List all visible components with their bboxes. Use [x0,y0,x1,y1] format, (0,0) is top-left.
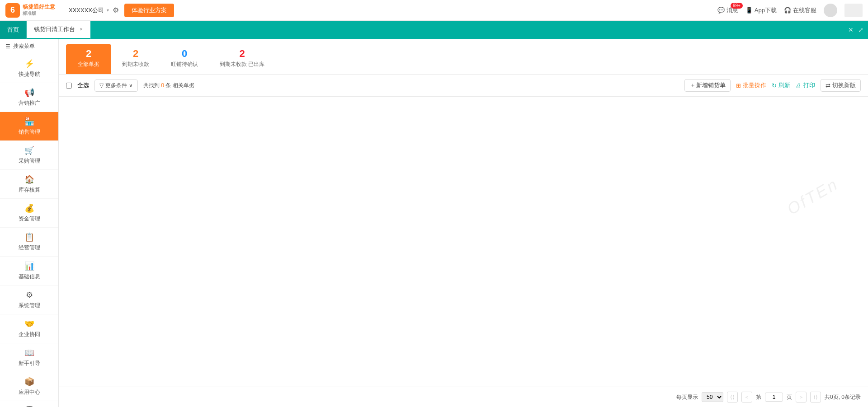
print-icon: 🖨 [796,82,802,89]
sidebar-item-label: 基础信息 [19,273,40,281]
expand-window-icon[interactable]: ⤢ [858,26,863,33]
online-service-label: 在线客服 [793,6,816,14]
sidebar-item-finance[interactable]: 💰 资金管理 [0,199,58,228]
sidebar-item-app-center[interactable]: 📦 应用中心 [0,372,58,401]
batch-operation-button[interactable]: ⊞ 批量操作 [736,81,766,89]
sidebar-item-label: 企业协同 [19,331,40,338]
close-tab-icon[interactable]: × [80,26,83,33]
toolbar: 全选 ▽ 更多条件 ∨ 共找到 0 条 相关单据 + 新增销货单 ⊞ 批量操作 [59,75,868,97]
purchase-icon: 🛒 [24,145,34,155]
status-tabs: 2 全部单据 2 到期未收款 0 旺铺待确认 2 到期未收款 已出库 [59,39,868,75]
sidebar-item-operations[interactable]: 📋 经营管理 [0,228,58,257]
filter-label: 更多条件 [105,82,127,89]
next-page-button[interactable]: ＞ [796,392,807,402]
all-label: 全部单据 [78,61,99,68]
status-tab-overdue-out[interactable]: 2 到期未收款 已出库 [209,44,275,74]
refresh-button[interactable]: ↻ 刷新 [772,81,790,89]
app-name: 畅捷通好生意 [23,4,55,10]
trial-button[interactable]: 体验行业方案 [124,4,174,17]
logo-text-block: 畅捷通好生意 标准版 [23,4,55,16]
print-button[interactable]: 🖨 打印 [796,81,815,89]
overdue-count: 2 [133,48,138,60]
found-text: 共找到 0 条 相关单据 [143,82,194,89]
company-selector[interactable]: XXXXXX公司 ▾ [69,6,109,14]
switch-version-button[interactable]: ⇄ 切换新版 [821,79,861,92]
sidebar-item-label: 采购管理 [19,157,40,165]
logo: 6 畅捷通好生意 标准版 [5,3,64,18]
found-count: 0 [161,82,164,89]
pending-count: 0 [182,48,187,60]
toolbar-right: + 新增销货单 ⊞ 批量操作 ↻ 刷新 🖨 打印 ⇄ 切换新版 [684,79,861,92]
refresh-icon: ↻ [772,82,777,89]
per-page-select[interactable]: 50 [702,392,723,402]
total-records-label: 共0页, 0条记录 [825,393,861,401]
tab-bar: 首页 钱货日清工作台 × ✕ ⤢ [0,21,868,39]
avatar[interactable] [824,4,837,17]
sidebar-search-area[interactable]: ☰ 搜索菜单 [0,39,58,54]
chevron-down-icon: ▾ [107,8,109,13]
basic-info-icon: 📊 [24,261,34,271]
first-page-button[interactable]: ⟨⟨ [727,392,738,402]
sidebar-item-guide[interactable]: 📖 新手引导 [0,343,58,372]
logo-icon: 6 [5,3,20,18]
select-all-checkbox[interactable] [66,83,72,89]
message-badge: 99+ [731,3,743,9]
company-name: XXXXXX公司 [69,6,104,14]
filter-icon: ▽ [99,82,104,89]
page-suffix: 页 [787,393,792,401]
all-count: 2 [86,48,91,60]
download-icon: 📱 [745,7,753,14]
search-icon: ☰ [5,43,10,50]
sidebar-item-label: 资金管理 [19,215,40,223]
online-service-btn[interactable]: 🎧 在线客服 [784,6,816,14]
app-download-label: App下载 [755,6,777,14]
search-menu-label: 搜索菜单 [13,42,35,50]
cooperation-icon: 🤝 [24,319,34,329]
refresh-btn-label: 刷新 [778,81,790,89]
switch-btn-label: 切换新版 [832,81,856,89]
sidebar-item-purchase[interactable]: 🛒 采购管理 [0,141,58,170]
sidebar-item-label: 新手引导 [19,360,40,367]
guide-icon: 📖 [24,348,34,358]
home-tab-label: 首页 [7,26,19,34]
tab-workbench[interactable]: 钱货日清工作台 × [27,21,90,39]
sidebar-item-sales[interactable]: 🏪 销售管理 [0,112,58,141]
operations-icon: 📋 [24,232,34,242]
sidebar-item-marketing[interactable]: 📢 营销推广 [0,83,58,112]
sidebar-item-label: 库存核算 [19,186,40,194]
sidebar-item-basic-info[interactable]: 📊 基础信息 [0,257,58,285]
pending-label: 旺铺待确认 [171,61,198,68]
last-page-button[interactable]: ⟩⟩ [810,392,821,402]
pagination: 每页显示 50 ⟨⟨ ＜ 第 1 页 ＞ ⟩⟩ 共0页, 0条记录 [59,387,868,407]
sidebar-item-wechat[interactable]: 💬 企业微信 [0,401,58,407]
overdue-out-label: 到期未收款 已出库 [220,61,264,68]
service-icon: 🎧 [784,7,791,14]
prev-page-button[interactable]: ＜ [741,392,752,402]
filter-button[interactable]: ▽ 更多条件 ∨ [94,80,138,92]
marketing-icon: 📢 [24,88,34,98]
sidebar-item-label: 营销推广 [19,99,40,107]
sidebar-item-label: 经营管理 [19,244,40,252]
sidebar-item-quick-nav[interactable]: ⚡ 快捷导航 [0,54,58,83]
tab-home[interactable]: 首页 [0,21,27,39]
status-tab-pending[interactable]: 0 旺铺待确认 [160,44,209,74]
page-label: 第 [756,393,761,401]
app-download-btn[interactable]: 📱 App下载 [745,6,777,14]
inventory-icon: 🏠 [24,174,34,184]
header: 6 畅捷通好生意 标准版 XXXXXX公司 ▾ ⚙ 体验行业方案 💬 消息 99… [0,0,868,21]
close-window-icon[interactable]: ✕ [848,26,854,33]
sidebar-item-inventory[interactable]: 🏠 库存核算 [0,170,58,199]
sidebar-item-cooperation[interactable]: 🤝 企业协同 [0,314,58,343]
print-btn-label: 打印 [803,81,815,89]
message-icon: 💬 [717,7,725,14]
status-tab-all[interactable]: 2 全部单据 [66,44,111,74]
add-sales-order-button[interactable]: + 新增销货单 [684,79,731,92]
settings-icon[interactable]: ⚙ [113,6,119,14]
content-area: 2 全部单据 2 到期未收款 0 旺铺待确认 2 到期未收款 已出库 全选 ▽ … [59,39,868,407]
user-menu[interactable] [844,4,863,17]
status-tab-overdue[interactable]: 2 到期未收款 [111,44,160,74]
message-btn[interactable]: 💬 消息 99+ [717,6,738,14]
sidebar-item-system[interactable]: ⚙ 系统管理 [0,285,58,314]
add-btn-label: + 新增销货单 [691,81,726,89]
page-input[interactable]: 1 [765,393,783,402]
